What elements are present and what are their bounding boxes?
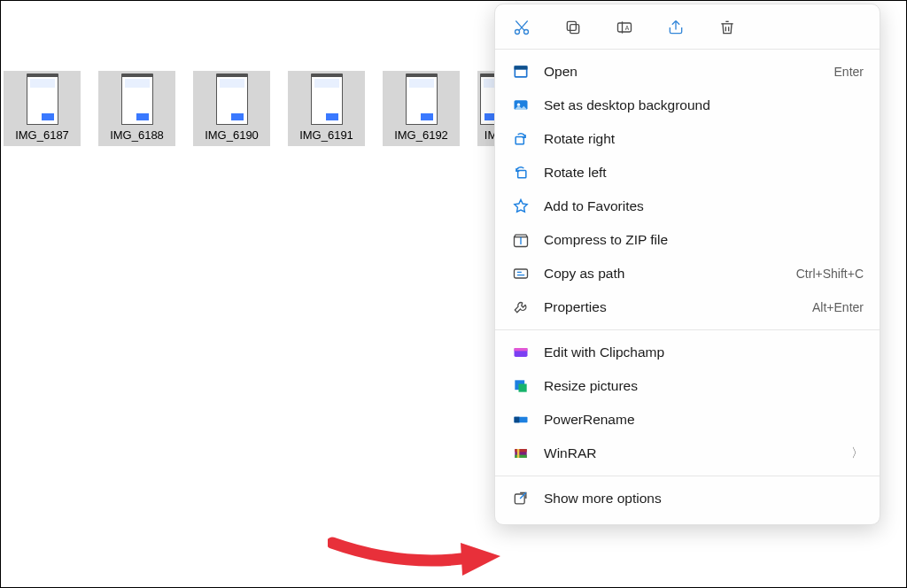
menu-label: PowerRename — [544, 412, 864, 428]
svg-point-1 — [524, 30, 529, 35]
file-thumbnail — [385, 74, 457, 125]
menu-item-wallpaper[interactable]: Set as desktop background — [495, 89, 880, 122]
menu-item-clipchamp[interactable]: Edit with Clipchamp — [495, 336, 880, 369]
menu-item-open[interactable]: Open Enter — [495, 55, 880, 89]
chevron-right-icon: 〉 — [851, 445, 864, 461]
delete-icon[interactable] — [717, 17, 738, 38]
svg-rect-3 — [567, 21, 576, 30]
menu-shortcut: Ctrl+Shift+C — [796, 267, 864, 281]
menu-label: Edit with Clipchamp — [544, 344, 864, 360]
wallpaper-icon — [511, 96, 531, 115]
menu-group-3: Show more options — [495, 476, 880, 521]
file-thumbnail — [291, 74, 362, 125]
menu-label: Copy as path — [544, 266, 783, 282]
file-tile[interactable]: IMG_6188 — [98, 71, 175, 146]
menu-item-properties[interactable]: Properties Alt+Enter — [495, 290, 880, 324]
menu-label: Rotate left — [544, 165, 864, 181]
menu-shortcut: Alt+Enter — [812, 300, 864, 314]
menu-group-2: Edit with Clipchamp Resize pictures Powe… — [495, 330, 880, 476]
file-tile[interactable]: IMG_6187 — [4, 71, 81, 146]
menu-shortcut: Enter — [834, 65, 864, 79]
menu-label: Set as desktop background — [544, 97, 864, 113]
menu-item-powerrename[interactable]: PowerRename — [495, 403, 880, 437]
more-icon — [511, 489, 531, 508]
svg-text:A: A — [625, 25, 630, 31]
file-label: IMG_6188 — [101, 127, 173, 143]
menu-item-winrar[interactable]: WinRAR 〉 — [495, 437, 880, 470]
menu-label: Rotate right — [544, 131, 864, 147]
menu-item-rotate-right[interactable]: Rotate right — [495, 122, 880, 156]
wrench-icon — [511, 298, 531, 317]
context-menu: A Open Enter Set as desktop background — [494, 4, 880, 525]
menu-label: Open — [544, 64, 821, 80]
resize-icon — [511, 376, 531, 396]
svg-rect-8 — [515, 66, 528, 69]
menu-label: Show more options — [544, 491, 864, 507]
rename-icon[interactable]: A — [614, 17, 635, 38]
svg-rect-22 — [515, 455, 526, 458]
path-icon — [511, 264, 531, 283]
svg-rect-17 — [519, 384, 527, 392]
menu-item-copy-path[interactable]: Copy as path Ctrl+Shift+C — [495, 257, 880, 290]
menu-item-favorite[interactable]: Add to Favorites — [495, 190, 880, 223]
rotate-left-icon — [511, 163, 531, 182]
file-label: IMG_6192 — [385, 127, 457, 143]
file-grid: IMG_6187 IMG_6188 IMG_6190 IMG_6191 IMG_… — [0, 71, 504, 146]
menu-item-zip[interactable]: Compress to ZIP file — [495, 223, 880, 257]
context-toolbar: A — [495, 4, 880, 49]
rotate-right-icon — [511, 129, 531, 149]
svg-rect-23 — [517, 449, 520, 458]
open-icon — [511, 62, 531, 81]
powerrename-icon — [511, 410, 531, 429]
file-thumbnail — [6, 74, 78, 125]
file-label: IMG_6190 — [196, 127, 267, 143]
file-label: IMG_6187 — [6, 127, 78, 143]
file-tile[interactable]: IMG_6190 — [193, 71, 270, 146]
copy-icon[interactable] — [562, 17, 584, 38]
menu-item-more-options[interactable]: Show more options — [495, 482, 880, 515]
menu-label: Resize pictures — [544, 378, 864, 394]
menu-label: WinRAR — [544, 445, 838, 461]
file-tile[interactable]: IMG_6191 — [288, 71, 365, 146]
svg-rect-21 — [515, 449, 526, 452]
svg-rect-19 — [515, 417, 520, 423]
share-icon[interactable] — [665, 17, 686, 38]
file-thumbnail — [196, 74, 267, 125]
menu-group-1: Open Enter Set as desktop background Rot… — [495, 50, 880, 329]
annotation-arrow — [328, 521, 505, 574]
menu-item-rotate-left[interactable]: Rotate left — [495, 156, 880, 190]
menu-item-resize[interactable]: Resize pictures — [495, 369, 880, 403]
cut-icon[interactable] — [511, 17, 532, 38]
file-tile[interactable]: IMG_6192 — [383, 71, 460, 146]
winrar-icon — [511, 444, 531, 463]
file-thumbnail — [101, 74, 173, 125]
menu-label: Properties — [544, 299, 799, 315]
svg-rect-13 — [515, 269, 528, 278]
zip-icon — [511, 230, 531, 250]
menu-label: Compress to ZIP file — [544, 232, 864, 248]
file-label: IMG_6191 — [291, 127, 362, 143]
svg-point-0 — [516, 30, 520, 35]
svg-rect-7 — [516, 70, 526, 77]
clipchamp-icon — [511, 343, 531, 362]
svg-rect-2 — [570, 25, 579, 34]
menu-label: Add to Favorites — [544, 198, 864, 214]
star-icon — [511, 197, 531, 216]
svg-rect-15 — [515, 348, 528, 351]
